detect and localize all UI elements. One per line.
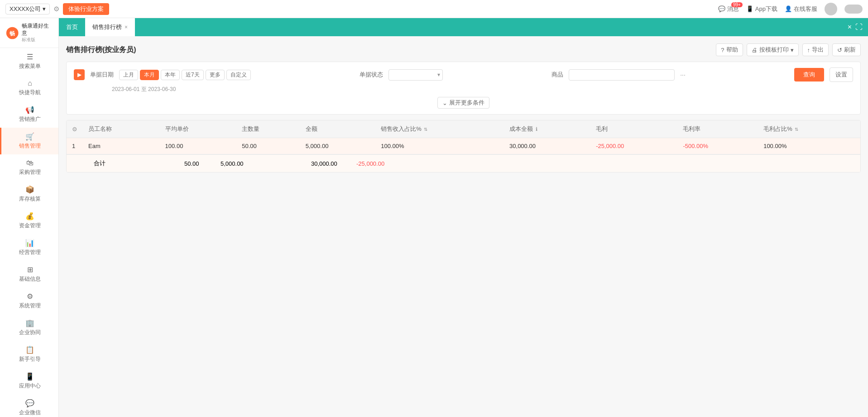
sidebar-item-apps[interactable]: 📱 应用中心 [0, 368, 58, 394]
company-selector[interactable]: XXXXX公司 ▾ [5, 4, 50, 14]
tab-sales-ranking[interactable]: 销售排行榜 × [85, 18, 135, 36]
app-download-button[interactable]: 📱 App下载 [746, 5, 777, 13]
sidebar-item-purchase[interactable]: 🛍 采购管理 [0, 154, 58, 181]
sidebar-item-finance[interactable]: 💰 资金管理 [0, 207, 58, 234]
sidebar-label-basic: 基础信息 [19, 275, 41, 283]
avatar[interactable] [825, 3, 837, 15]
last-month-btn[interactable]: 上月 [119, 70, 138, 80]
tab-bar: 首页 销售排行榜 × × ⛶ [59, 18, 868, 36]
sidebar-item-enterprise[interactable]: 🏢 企业协同 [0, 314, 58, 341]
th-quantity: 主数量 [236, 120, 300, 138]
finance-icon: 💰 [25, 212, 34, 220]
query-button[interactable]: 查询 [794, 68, 824, 81]
expand-more-button[interactable]: ⌄ 展开更多条件 [437, 97, 489, 109]
basic-icon: ⊞ [27, 265, 33, 274]
sidebar-label-purchase: 采购管理 [19, 168, 41, 176]
print-label: 按模板打印 [759, 46, 789, 54]
sidebar-item-system[interactable]: ⚙ 系统管理 [0, 288, 58, 314]
last7-btn[interactable]: 近7天 [182, 70, 204, 80]
sidebar-item-wechat[interactable]: 💬 企业微信 [0, 394, 58, 417]
export-button[interactable]: ↑ 导出 [802, 43, 829, 56]
this-year-btn[interactable]: 本年 [161, 70, 180, 80]
company-dropdown-icon: ▾ [43, 5, 46, 12]
status-select[interactable] [388, 69, 443, 81]
sidebar-item-inventory[interactable]: 📦 库存核算 [0, 181, 58, 207]
tab-home[interactable]: 首页 [59, 18, 85, 36]
tab-maximize-icon[interactable]: ⛶ [855, 23, 863, 31]
try-industry-button[interactable]: 体验行业方案 [63, 3, 109, 15]
sidebar-label-guide: 新手引导 [19, 355, 41, 363]
this-month-btn[interactable]: 本月 [140, 70, 159, 80]
goods-input[interactable] [569, 69, 675, 81]
th-name: 员工名称 [83, 120, 160, 138]
refresh-button[interactable]: ↺ 刷新 [832, 43, 861, 56]
tab-close-icon[interactable]: × [125, 24, 128, 30]
filter-area: ▶ 单据日期 上月 本月 本年 近7天 更多 自定义 单据状态 [66, 62, 861, 115]
sort-icon-sales-pct: ⇅ [424, 127, 427, 132]
refresh-label: 刷新 [844, 46, 856, 54]
sidebar-logo: 畅 畅康通好生意 标准版 [0, 18, 58, 48]
sidebar-item-operations[interactable]: 📊 经营管理 [0, 234, 58, 261]
column-settings-icon[interactable]: ⚙ [72, 126, 77, 133]
cell-avg-price: 100.00 [160, 138, 237, 154]
cost-info-icon[interactable]: ℹ [536, 126, 537, 132]
content-area: 首页 销售排行榜 × × ⛶ 销售排行榜(按业务员) ? 帮助 [59, 18, 868, 417]
date-filter-label: 单据日期 [90, 71, 114, 79]
settings-button[interactable]: 设置 [830, 67, 853, 82]
sidebar-item-basic[interactable]: ⊞ 基础信息 [0, 261, 58, 288]
footer-quantity: 50.00 [184, 160, 199, 167]
print-button[interactable]: 🖨 按模板打印 ▾ [747, 43, 799, 56]
footer-total-cell: 5,000.00 [215, 160, 260, 167]
table-header-row: ⚙ 员工名称 平均单价 主数量 [67, 120, 860, 138]
footer-cost-cell: 30,000.00 [306, 160, 351, 167]
cell-quantity: 50.00 [236, 138, 300, 154]
help-button[interactable]: ? 帮助 [716, 43, 743, 56]
footer-total: 5,000.00 [221, 160, 244, 167]
th-gross: 毛利 [590, 120, 677, 138]
logo-sub-text: 标准版 [22, 37, 53, 43]
sales-icon: 🛒 [25, 132, 34, 141]
sidebar-item-sales[interactable]: 🛒 销售管理 [0, 128, 58, 154]
inventory-icon: 📦 [25, 185, 34, 194]
sidebar-item-marketing[interactable]: 📢 营销推广 [0, 101, 58, 128]
sidebar-item-shortcut[interactable]: ⌂ 快捷导航 [0, 75, 58, 101]
settings-icon[interactable]: ⚙ [53, 5, 59, 13]
online-service-button[interactable]: 👤 在线客服 [785, 5, 817, 13]
message-button[interactable]: 💬 消息 99+ [718, 5, 739, 13]
service-icon: 👤 [785, 5, 792, 12]
app-label: App下载 [755, 5, 777, 13]
sidebar-label-shortcut: 快捷导航 [19, 89, 41, 96]
th-gross-pct: 毛利占比% ⇅ [758, 120, 860, 138]
export-label: 导出 [812, 46, 824, 54]
print-icon: 🖨 [752, 47, 758, 53]
cell-cost: 30,000.00 [504, 138, 590, 154]
system-icon: ⚙ [27, 292, 33, 301]
custom-date-btn[interactable]: 自定义 [226, 70, 251, 80]
message-icon: 💬 [718, 5, 725, 12]
data-table: ⚙ 员工名称 平均单价 主数量 [67, 120, 860, 154]
sidebar-item-search[interactable]: ☰ 搜索菜单 [0, 48, 58, 75]
filter-row-date: ▶ 单据日期 上月 本月 本年 近7天 更多 自定义 单据状态 [74, 67, 853, 82]
tab-minimize-icon[interactable]: × [848, 23, 852, 31]
search-menu-icon: ☰ [27, 53, 33, 61]
th-total: 全额 [300, 120, 375, 138]
sidebar: 畅 畅康通好生意 标准版 ☰ 搜索菜单 ⌂ 快捷导航 📢 营销推广 🛒 销售管理… [0, 18, 59, 417]
footer-gross-cell: -25,000.00 [351, 160, 396, 167]
more-date-btn[interactable]: 更多 [206, 70, 225, 80]
table-footer: 合计 50.00 5,000.00 30,000.00 -25,000.00 [67, 154, 860, 172]
th-settings: ⚙ [67, 120, 83, 138]
cell-total: 5,000.00 [300, 138, 375, 154]
help-icon: ? [721, 47, 724, 53]
table-row: 1 Eam 100.00 50.00 5,000.00 100.00% 30,0… [67, 138, 860, 154]
filter-expand-arrow[interactable]: ▶ [74, 69, 85, 80]
sidebar-item-guide[interactable]: 📋 新手引导 [0, 341, 58, 368]
guide-icon: 📋 [25, 345, 34, 354]
help-label: 帮助 [726, 46, 738, 54]
th-sales-pct: 销售收入占比% ⇅ [375, 120, 504, 138]
expand-down-icon: ⌄ [442, 100, 447, 106]
filter-row-date-range: 2023-06-01 至 2023-06-30 [74, 86, 853, 93]
company-name: XXXXX公司 [10, 5, 41, 13]
sidebar-label-sales: 销售管理 [19, 142, 41, 150]
goods-more-icon[interactable]: ··· [680, 71, 686, 78]
page-title: 销售排行榜(按业务员) [66, 45, 136, 55]
